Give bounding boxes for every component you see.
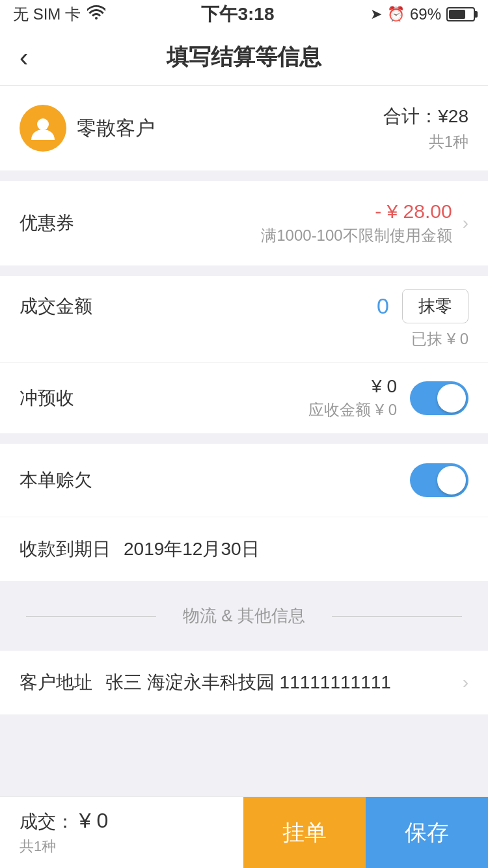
save-button[interactable]: 保存 — [366, 797, 488, 869]
bottom-count: 共1种 — [20, 837, 224, 856]
avatar — [20, 105, 66, 152]
customer-card: 零散客户 合计：¥28 共1种 — [0, 86, 488, 170]
total-amount: 合计：¥28 — [383, 104, 468, 129]
flush-amounts: ¥ 0 应收金额 ¥ 0 — [308, 376, 397, 420]
address-chevron: › — [463, 672, 468, 693]
transaction-top: 成交金额 0 抹零 — [20, 289, 468, 323]
coupon-right: - ¥ 28.00 满1000-100不限制使用金额 › — [261, 200, 468, 246]
nav-bar: ‹ 填写结算等信息 — [0, 29, 488, 86]
bottom-deal-line: 成交： ¥ 0 — [20, 809, 224, 834]
coupon-chevron: › — [463, 213, 468, 234]
flush-label: 冲预收 — [20, 386, 74, 411]
already-rounded: 已抹 ¥ 0 — [20, 329, 468, 349]
pending-button[interactable]: 挂单 — [243, 797, 366, 869]
debt-section: 本单赊欠 收款到期日 2019年12月30日 — [0, 444, 488, 581]
coupon-discount: - ¥ 28.00 — [261, 200, 452, 223]
duedate-value: 2019年12月30日 — [124, 537, 260, 562]
wifi-icon — [87, 5, 105, 23]
coupon-label: 优惠券 — [20, 211, 74, 236]
transaction-label: 成交金额 — [20, 294, 92, 319]
page-title: 填写结算等信息 — [167, 42, 321, 72]
carrier-text: 无 SIM 卡 — [13, 4, 81, 25]
status-bar: 无 SIM 卡 下午3:18 ➤ ⏰ 69% — [0, 0, 488, 29]
address-label: 客户地址 — [20, 670, 92, 695]
deal-amount: ¥ 0 — [79, 809, 108, 832]
round-button[interactable]: 抹零 — [402, 289, 468, 323]
flush-right: ¥ 0 应收金额 ¥ 0 — [308, 376, 468, 420]
duedate-label: 收款到期日 — [20, 537, 111, 562]
logistics-divider: 物流 & 其他信息 — [0, 591, 488, 640]
main-content: 零散客户 合计：¥28 共1种 优惠券 - ¥ 28.00 满1000-100不… — [0, 86, 488, 793]
status-right: ➤ ⏰ 69% — [370, 5, 475, 23]
debt-label: 本单赊欠 — [20, 468, 92, 493]
svg-point-0 — [37, 118, 49, 130]
transaction-value: 0 — [377, 293, 389, 319]
customer-left: 零散客户 — [20, 105, 155, 152]
flush-receivable: 应收金额 ¥ 0 — [308, 400, 397, 420]
divider-text: 物流 & 其他信息 — [172, 606, 316, 625]
coupon-section: 优惠券 - ¥ 28.00 满1000-100不限制使用金额 › — [0, 181, 488, 265]
alarm-icon: ⏰ — [387, 6, 405, 23]
debt-toggle[interactable] — [410, 463, 468, 497]
time-display: 下午3:18 — [201, 2, 274, 27]
transaction-section: 成交金额 0 抹零 已抹 ¥ 0 冲预收 ¥ 0 应收金额 ¥ 0 — [0, 276, 488, 433]
bottom-bar: 成交： ¥ 0 共1种 挂单 保存 — [0, 796, 488, 868]
flush-amount: ¥ 0 — [308, 376, 397, 397]
debt-row: 本单赊欠 — [0, 444, 488, 517]
duedate-row: 收款到期日 2019年12月30日 — [0, 517, 488, 581]
deal-label: 成交： — [20, 811, 74, 832]
flush-toggle[interactable] — [410, 381, 468, 415]
coupon-row[interactable]: 优惠券 - ¥ 28.00 满1000-100不限制使用金额 › — [0, 181, 488, 265]
coupon-note: 满1000-100不限制使用金额 — [261, 225, 452, 246]
status-left: 无 SIM 卡 — [13, 4, 105, 25]
bottom-info: 成交： ¥ 0 共1种 — [0, 809, 243, 856]
back-button[interactable]: ‹ — [20, 44, 28, 70]
location-icon: ➤ — [370, 6, 382, 23]
customer-name: 零散客户 — [77, 115, 155, 142]
battery-icon — [446, 7, 475, 21]
address-value: 张三 海淀永丰科技园 11111111111 — [105, 670, 450, 695]
flush-advance-row: 冲预收 ¥ 0 应收金额 ¥ 0 — [0, 363, 488, 433]
transaction-right: 0 抹零 — [377, 289, 468, 323]
coupon-values: - ¥ 28.00 满1000-100不限制使用金额 — [261, 200, 452, 246]
customer-totals: 合计：¥28 共1种 — [383, 104, 468, 152]
transaction-row: 成交金额 0 抹零 已抹 ¥ 0 — [0, 276, 488, 363]
battery-text: 69% — [410, 5, 441, 23]
total-count: 共1种 — [383, 131, 468, 152]
address-row[interactable]: 客户地址 张三 海淀永丰科技园 11111111111 › — [0, 651, 488, 714]
